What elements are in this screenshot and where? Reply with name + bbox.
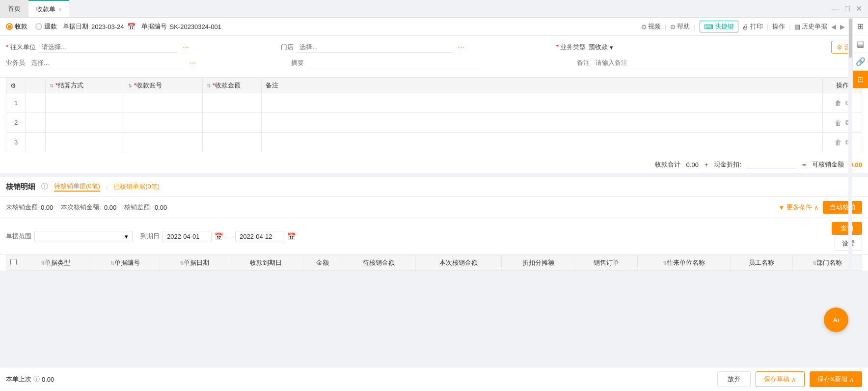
radio-refund[interactable]: 退款: [35, 22, 57, 31]
th-bill-date: ⇅单据日期: [160, 255, 229, 271]
th-setting[interactable]: ⚙: [6, 78, 26, 93]
history-action[interactable]: ▤ 历史单据: [794, 22, 827, 31]
shop-input[interactable]: [297, 42, 453, 53]
help-action[interactable]: ⊙ 帮助: [670, 22, 690, 31]
table-row: 1 🗑 ⧉: [6, 93, 862, 113]
row3-amount[interactable]: [203, 133, 262, 152]
row1-account[interactable]: [124, 93, 203, 113]
th-num: [26, 78, 46, 93]
nav-prev-icon[interactable]: ◀: [831, 23, 836, 30]
window-close-icon[interactable]: ✕: [854, 2, 864, 15]
help-icon: ⊙: [670, 23, 676, 30]
biz-type-select[interactable]: 预收款 ▾: [589, 43, 613, 52]
row1-settle[interactable]: [46, 93, 124, 113]
shortcut-button[interactable]: ⌨ 快捷键: [700, 21, 738, 32]
video-action[interactable]: ⊙ 视频: [641, 22, 661, 31]
date-to-icon[interactable]: 📅: [287, 232, 296, 240]
scope-select[interactable]: ▾: [34, 231, 133, 242]
unverified-label: 未核销金额: [6, 203, 38, 212]
staff-input[interactable]: [28, 57, 185, 68]
radio-refund-circle: [35, 23, 42, 30]
date-to-input[interactable]: [235, 231, 284, 242]
th-check[interactable]: [6, 255, 21, 271]
staff-more-icon[interactable]: ···: [190, 58, 196, 67]
row2-account[interactable]: [124, 113, 203, 133]
partner-more-icon[interactable]: ···: [183, 43, 189, 52]
draft-button[interactable]: 保存草稿 ∧: [756, 371, 805, 387]
data-table-wrap: ⚙ ⇅ *结算方式 ⇅ *收款账号 ⇅ *收款金额 备注 操: [0, 78, 868, 156]
bill-no-value: SK-20230324-001: [170, 23, 222, 30]
shortcut-icon: ⌨: [704, 23, 713, 30]
tab-close-icon[interactable]: ×: [58, 6, 61, 12]
radio-receipt[interactable]: 收款: [6, 22, 27, 31]
row3-num-extra: [26, 133, 46, 152]
row3-remark[interactable]: [262, 133, 823, 152]
date-from-input[interactable]: [163, 231, 212, 242]
auto-verify-button[interactable]: 自动核销: [823, 201, 862, 214]
th-account: ⇅ *收款账号: [124, 78, 203, 93]
operation-action[interactable]: 操作: [772, 22, 785, 31]
section-divider: [0, 173, 868, 177]
tab-active[interactable]: 收款单 ×: [28, 0, 69, 17]
row1-delete-icon[interactable]: 🗑: [835, 99, 841, 107]
row2-num-extra: [26, 113, 46, 133]
nav-next-icon[interactable]: ▶: [840, 23, 845, 30]
row2-amount[interactable]: [203, 113, 262, 133]
scrollbar[interactable]: [848, 18, 852, 391]
done-tab[interactable]: 已核销单据(0笔): [113, 182, 160, 191]
th-amount: ⇅ *收款金额: [203, 78, 262, 93]
query-button[interactable]: 查询: [832, 222, 862, 235]
shortcut-label: 快捷键: [715, 22, 734, 31]
search-row: 单据范围 ▾ 到期日 📅 — 📅 查询 设置: [0, 218, 868, 255]
th-sales-order: 销售订单: [575, 255, 638, 271]
th-receipt-due: 收款到期日: [229, 255, 303, 271]
discount-input[interactable]: [747, 161, 796, 168]
partner-input[interactable]: [39, 42, 178, 53]
discount-label: 现金折扣:: [714, 160, 741, 169]
footer-right: 放弃 保存草稿 ∧ 保存&新增 ∧: [717, 371, 862, 387]
operation-label: 操作: [772, 22, 785, 31]
row3-delete-icon[interactable]: 🗑: [835, 139, 841, 146]
form-row-1: * 往来单位 ··· 门店 ··· * 业务类型 预收款 ▾: [6, 41, 862, 54]
last-bill-value: 0.00: [42, 376, 54, 383]
total-label: 收款合计: [655, 160, 680, 169]
row2-delete-icon[interactable]: 🗑: [835, 119, 841, 127]
sidebar-table-icon[interactable]: ⊞: [853, 18, 868, 35]
shop-more-icon[interactable]: ···: [458, 43, 464, 52]
unverified-amount-field: 未核销金额 0.00: [6, 203, 53, 212]
tab-home[interactable]: 首页: [0, 0, 28, 17]
pending-tab[interactable]: 待核销单据(0笔): [54, 182, 100, 192]
check-all[interactable]: [10, 259, 17, 265]
last-bill-info-icon[interactable]: ⓘ: [33, 375, 40, 384]
last-bill-label: 本单上次: [6, 375, 31, 384]
sidebar-link-icon[interactable]: 🔗: [853, 53, 868, 71]
verify-section-header: 核销明细 ⓘ 待核销单据(0笔) | 已核销单据(0笔): [0, 177, 868, 197]
summary-input[interactable]: [307, 57, 482, 68]
row3-account[interactable]: [124, 133, 203, 152]
abandon-button[interactable]: 放弃: [717, 371, 751, 387]
window-minimize-icon[interactable]: —: [829, 2, 841, 15]
remark-input[interactable]: [593, 57, 862, 68]
filter-row: 未核销金额 0.00 本次核销金额: 0.00 核销差额: 0.00 ▼ 更多条…: [0, 197, 868, 218]
row3-settle[interactable]: [46, 133, 124, 152]
row2-settle[interactable]: [46, 113, 124, 133]
more-conditions-btn[interactable]: ▼ 更多条件 ∧: [778, 203, 819, 212]
row2-remark[interactable]: [262, 113, 823, 133]
date-calendar-icon[interactable]: 📅: [127, 23, 136, 30]
sidebar-image-icon[interactable]: ▤: [853, 35, 868, 53]
save-label: 保存&新增: [817, 375, 847, 384]
date-from-icon[interactable]: 📅: [215, 232, 223, 240]
table-row: 3 🗑 ⧉: [6, 133, 862, 152]
tab-home-label: 首页: [8, 4, 21, 13]
ai-bubble[interactable]: Ai: [824, 307, 848, 332]
verify-info-icon[interactable]: ⓘ: [41, 182, 48, 191]
sidebar-scan-icon[interactable]: ⊡: [853, 71, 868, 88]
window-maximize-icon[interactable]: □: [843, 2, 852, 15]
current-verify-label: 本次核销金额:: [61, 203, 101, 212]
video-icon: ⊙: [641, 23, 647, 30]
row1-remark[interactable]: [262, 93, 823, 113]
save-button[interactable]: 保存&新增 ∧: [810, 371, 862, 387]
print-action[interactable]: 🖨 打印: [742, 22, 763, 31]
row1-amount[interactable]: [203, 93, 262, 113]
tab-bar-right: — □ ✕: [829, 2, 868, 15]
